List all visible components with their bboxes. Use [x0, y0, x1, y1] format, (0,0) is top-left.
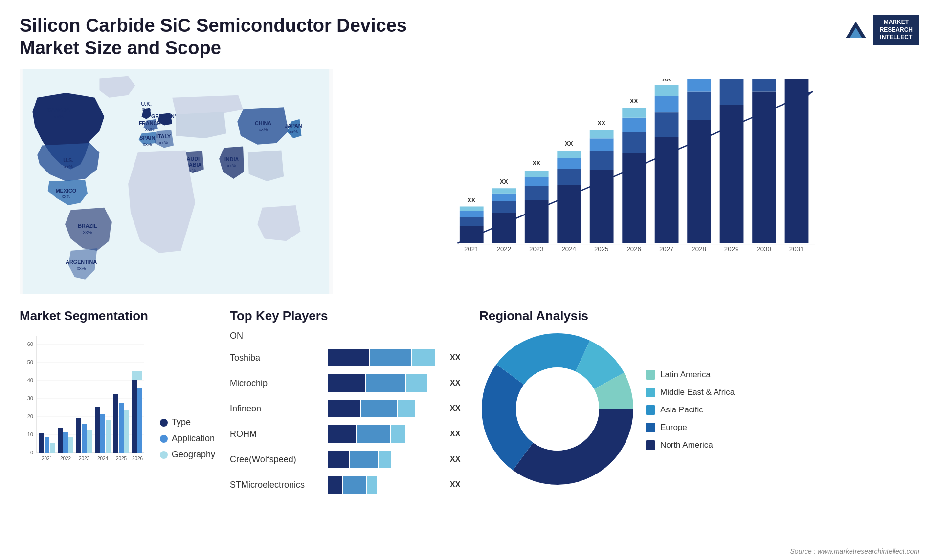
- svg-rect-23: [557, 185, 581, 243]
- legend-item-latin-america: Latin America: [646, 370, 735, 380]
- bar-seg2-toshiba: [370, 349, 411, 366]
- svg-text:2024: 2024: [97, 456, 109, 461]
- svg-rect-37: [622, 118, 646, 132]
- bar-seg2-st: [343, 476, 366, 494]
- bar-seg1-cree: [328, 451, 349, 468]
- svg-text:XX: XX: [662, 79, 671, 82]
- svg-rect-93: [106, 420, 111, 453]
- bar-seg3-microchip: [406, 374, 427, 392]
- bar-seg1-st: [328, 476, 342, 494]
- svg-rect-84: [63, 432, 68, 453]
- legend-label-geography: Geography: [172, 450, 215, 460]
- svg-text:2021: 2021: [464, 245, 479, 253]
- player-name-microchip: Microchip: [230, 378, 323, 388]
- players-section: Top Key Players ON Toshiba XX Microchip: [230, 308, 465, 560]
- bar-seg3-st: [367, 476, 377, 494]
- segmentation-section: Market Segmentation 0 10 20 30 40 50 60: [20, 308, 215, 560]
- svg-rect-30: [590, 151, 614, 170]
- svg-rect-88: [82, 424, 87, 453]
- svg-text:2028: 2028: [692, 245, 706, 253]
- player-row-on: ON: [230, 331, 465, 341]
- svg-text:2027: 2027: [659, 245, 674, 253]
- japan-pct: xx%: [289, 129, 298, 134]
- legend-item-geography: Geography: [160, 450, 215, 460]
- svg-rect-92: [100, 414, 105, 453]
- player-bar-microchip: [328, 374, 445, 392]
- svg-rect-5: [460, 226, 484, 243]
- brazil-pct: xx%: [83, 229, 92, 235]
- player-bar-cree: [328, 451, 445, 468]
- svg-text:2023: 2023: [529, 245, 544, 253]
- segmentation-chart: 0 10 20 30 40 50 60: [20, 331, 150, 479]
- player-xx-cree: XX: [450, 455, 465, 464]
- player-name-st: STMicroelectronics: [230, 480, 323, 490]
- svg-rect-81: [50, 443, 55, 453]
- svg-rect-53: [720, 79, 744, 105]
- svg-rect-104: [132, 371, 142, 380]
- regional-section: Regional Analysis: [479, 308, 919, 560]
- bar-seg2-infineon: [361, 400, 397, 417]
- svg-rect-102: [132, 380, 137, 453]
- player-bar-st: [328, 476, 445, 494]
- legend-item-asia-pacific: Asia Pacific: [646, 405, 735, 415]
- player-bar-rohm: [328, 425, 445, 443]
- svg-text:2026: 2026: [132, 456, 143, 461]
- svg-rect-48: [687, 92, 711, 120]
- svg-rect-29: [590, 170, 614, 243]
- svg-rect-43: [655, 96, 679, 113]
- svg-text:XX: XX: [533, 160, 541, 167]
- svg-text:2025: 2025: [594, 245, 609, 253]
- players-title: Top Key Players: [230, 308, 465, 323]
- svg-text:2021: 2021: [42, 456, 53, 461]
- player-row-rohm: ROHM XX: [230, 425, 465, 443]
- svg-rect-96: [119, 403, 124, 453]
- svg-rect-24: [557, 169, 581, 185]
- france-pct: xx%: [145, 127, 155, 132]
- argentina-label: ARGENTINA: [66, 259, 97, 265]
- legend-dot-type: [160, 419, 168, 427]
- italy-label: ITALY: [156, 133, 171, 139]
- player-xx-rohm: XX: [450, 430, 465, 438]
- india-label: INDIA: [224, 156, 239, 162]
- legend-color-north-america: [646, 440, 655, 450]
- france-label: FRANCE: [139, 121, 161, 127]
- legend-item-type: Type: [160, 417, 215, 428]
- svg-rect-41: [655, 137, 679, 243]
- svg-text:20: 20: [27, 413, 33, 419]
- svg-text:2022: 2022: [497, 245, 512, 253]
- svg-rect-42: [655, 112, 679, 137]
- svg-text:XX: XX: [597, 120, 605, 127]
- segmentation-title: Market Segmentation: [20, 308, 215, 323]
- legend-item-north-america: North America: [646, 440, 735, 450]
- player-xx-infineon: XX: [450, 404, 465, 413]
- donut-svg: [479, 331, 636, 487]
- svg-rect-52: [720, 105, 744, 243]
- svg-rect-49: [687, 79, 711, 92]
- donut-chart: [479, 331, 636, 489]
- bar-seg1-toshiba: [328, 349, 369, 366]
- player-row-microchip: Microchip XX: [230, 374, 465, 392]
- player-name-infineon: Infineon: [230, 404, 323, 414]
- svg-text:XX: XX: [468, 197, 476, 204]
- svg-point-111: [516, 367, 599, 451]
- germany-pct: xx%: [160, 120, 169, 125]
- svg-text:60: 60: [27, 341, 33, 347]
- uk-pct: xx%: [142, 107, 151, 112]
- player-row-st: STMicroelectronics XX: [230, 476, 465, 494]
- svg-rect-6: [460, 217, 484, 226]
- svg-rect-47: [687, 120, 711, 243]
- bar-seg1-rohm: [328, 425, 356, 443]
- donut-area: Latin America Middle East & Africa Asia …: [479, 331, 919, 489]
- bar-seg3-infineon: [398, 400, 415, 417]
- us-pct: xx%: [64, 164, 73, 169]
- svg-rect-17: [525, 200, 549, 243]
- svg-text:2029: 2029: [724, 245, 739, 253]
- logo-icon: [844, 18, 868, 42]
- svg-text:30: 30: [27, 395, 33, 401]
- content-bottom: Market Segmentation 0 10 20 30 40 50 60: [0, 299, 939, 560]
- segmentation-legend: Type Application Geography: [160, 417, 215, 479]
- player-name-cree: Cree(Wolfspeed): [230, 454, 323, 465]
- germany-label: GERMANY: [151, 113, 178, 119]
- svg-rect-95: [113, 394, 118, 453]
- svg-rect-35: [622, 153, 646, 243]
